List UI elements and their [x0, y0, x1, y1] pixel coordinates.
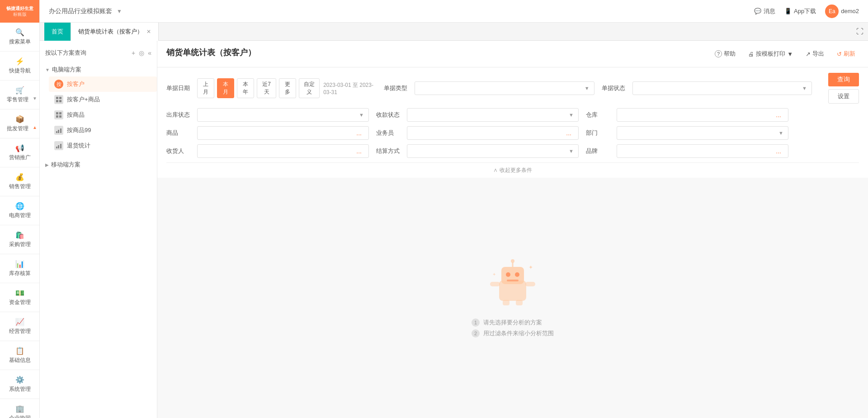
- sidebar-item-system[interactable]: ⚙️ 系统管理: [0, 370, 39, 399]
- message-action[interactable]: 💬 消息: [754, 7, 775, 15]
- svg-rect-21: [503, 300, 509, 305]
- refresh-btn[interactable]: ↺ 刷新: [833, 48, 859, 60]
- svg-rect-12: [58, 145, 59, 148]
- basic-icon: 📋: [2, 347, 37, 355]
- svg-rect-22: [516, 300, 523, 305]
- bill-type-select[interactable]: ▼: [415, 81, 594, 95]
- tab-close-icon[interactable]: ✕: [146, 28, 151, 35]
- receiver-dots[interactable]: ...: [354, 147, 364, 155]
- panel-collapse-btn[interactable]: «: [148, 49, 151, 57]
- out-status-select[interactable]: ▼: [197, 108, 369, 122]
- tree-item-by-customer-product[interactable]: 按客户+商品: [49, 92, 157, 107]
- tab-home[interactable]: 首页: [44, 23, 71, 41]
- salesperson-dots[interactable]: ...: [564, 129, 574, 137]
- out-status-label: 出库状态: [166, 111, 193, 119]
- sidebar-item-marketing[interactable]: 📢 营销推广: [0, 138, 39, 167]
- svg-rect-4: [56, 112, 58, 114]
- salesperson-group: 业务员 ...: [376, 126, 579, 140]
- search-icon: 🔍: [2, 28, 37, 37]
- receiver-input[interactable]: ...: [197, 144, 369, 158]
- sidebar-item-sales[interactable]: 💰 销售管理: [0, 167, 39, 196]
- topbar-dropdown[interactable]: ▼: [117, 8, 122, 14]
- query-button[interactable]: 查询: [828, 73, 859, 86]
- warehouse-input[interactable]: ...: [617, 108, 788, 122]
- sidebar-item-search[interactable]: 🔍 搜索菜单: [0, 23, 39, 52]
- sidebar-item-inventory[interactable]: 📊 库存核算: [0, 254, 39, 283]
- tree-parent-mobile[interactable]: ▶ 移动端方案: [40, 158, 157, 171]
- product-dots[interactable]: ...: [354, 129, 364, 137]
- quick-nav-icon: ⚡: [2, 57, 37, 66]
- tree-item-return-stats[interactable]: 退货统计: [49, 138, 157, 153]
- print-btn[interactable]: 🖨 按模板打印 ▼: [745, 48, 797, 60]
- export-icon: ↗: [806, 51, 811, 57]
- date-filter: 上月 本月 本年 近7天 更多 自定义: [197, 78, 320, 98]
- collapse-btn[interactable]: ∧ 收起更多条件: [166, 162, 859, 178]
- brand-input[interactable]: ...: [617, 144, 788, 158]
- help-btn[interactable]: ? 帮助: [711, 48, 739, 60]
- receive-status-arrow-icon: ▼: [569, 112, 574, 118]
- tree-item-by-customer[interactable]: 按 按客户: [49, 76, 157, 92]
- btn-custom[interactable]: 自定义: [299, 78, 320, 98]
- sidebar-item-wholesale[interactable]: 📦 批发管理 ▲: [0, 109, 39, 138]
- sidebar-item-quick-nav[interactable]: ⚡ 快捷导航: [0, 52, 39, 81]
- filter-row-4: 收货人 ... 结算方式 ▼ 品牌: [166, 144, 859, 158]
- brand-dots[interactable]: ...: [774, 147, 783, 155]
- bill-status-label: 单据状态: [602, 84, 629, 92]
- tab-fullscreen-btn[interactable]: ⛶: [856, 28, 863, 36]
- product-label: 商品: [166, 129, 193, 137]
- btn-last-month[interactable]: 上月: [197, 78, 214, 98]
- by-customer-icon: 按: [54, 80, 63, 89]
- export-btn[interactable]: ↗ 导出: [802, 48, 828, 60]
- sidebar-item-enterprise[interactable]: 🏢 企业协同: [0, 399, 39, 418]
- svg-point-17: [515, 272, 519, 277]
- svg-rect-13: [60, 144, 61, 148]
- tree-parent-desktop[interactable]: ▼ 电脑端方案: [40, 63, 157, 76]
- main-wrap: 办公用品行业模拟账套 ▼ 💬 消息 📱 App下载 Ea demo2 首页 销货…: [40, 0, 868, 418]
- settings-button[interactable]: 设置: [828, 89, 859, 104]
- bill-status-select[interactable]: ▼: [632, 81, 812, 95]
- header-actions: ? 帮助 🖨 按模板打印 ▼ ↗ 导出 ↺: [711, 48, 859, 60]
- tree-item-by-product[interactable]: 按商品: [49, 107, 157, 123]
- salesperson-input[interactable]: ...: [407, 126, 579, 140]
- sidebar-item-ecommerce[interactable]: 🌐 电商管理: [0, 196, 39, 225]
- svg-rect-1: [59, 97, 61, 99]
- sidebar-item-finance[interactable]: 💵 资金管理: [0, 283, 39, 312]
- receive-status-group: 收款状态 ▼: [376, 108, 579, 122]
- svg-rect-7: [59, 115, 61, 118]
- sidebar-item-retail[interactable]: 🛒 零售管理 ▼: [0, 81, 39, 109]
- empty-icon: ✦ ✦: [472, 256, 554, 311]
- bill-type-arrow-icon: ▼: [585, 86, 590, 91]
- logo-area: 畅捷通好生意 标账版: [0, 0, 39, 23]
- tab-sales-report[interactable]: 销货单统计表（按客户） ✕: [71, 23, 159, 41]
- department-select[interactable]: ▼: [617, 126, 788, 140]
- receive-status-select[interactable]: ▼: [407, 108, 579, 122]
- by-product-icon: [54, 110, 63, 119]
- product-input[interactable]: ...: [197, 126, 369, 140]
- receiver-group: 收货人 ...: [166, 144, 369, 158]
- btn-this-month[interactable]: 本月: [217, 78, 234, 98]
- settlement-group: 结算方式 ▼: [376, 144, 579, 158]
- department-arrow-icon: ▼: [778, 130, 783, 136]
- user-action[interactable]: Ea demo2: [825, 5, 859, 18]
- app-download-action[interactable]: 📱 App下载: [784, 7, 816, 15]
- sidebar-item-operation[interactable]: 📈 经营管理: [0, 312, 39, 341]
- sidebar-item-basic[interactable]: 📋 基础信息: [0, 341, 39, 370]
- warehouse-dots[interactable]: ...: [774, 111, 783, 119]
- settlement-arrow-icon: ▼: [569, 148, 574, 154]
- filter-container: 单据日期 上月 本月 本年 近7天 更多 自定义 2023-03-01 至 20…: [157, 67, 868, 178]
- panel-settings-btn[interactable]: ◎: [139, 49, 144, 57]
- settlement-select[interactable]: ▼: [407, 144, 579, 158]
- btn-more[interactable]: 更多: [279, 78, 296, 98]
- btn-this-year[interactable]: 本年: [237, 78, 254, 98]
- tree-item-by-product-99[interactable]: 按商品99: [49, 123, 157, 138]
- sidebar-item-purchase[interactable]: 🛍️ 采购管理: [0, 225, 39, 254]
- out-status-arrow-icon: ▼: [359, 112, 364, 118]
- panel-add-btn[interactable]: +: [132, 49, 135, 57]
- by-product-99-icon: [54, 126, 63, 135]
- print-arrow-icon: ▼: [787, 51, 793, 57]
- filter-row-1: 单据日期 上月 本月 本年 近7天 更多 自定义 2023-03-01 至 20…: [166, 73, 859, 104]
- logo-text: 畅捷通好生意: [6, 5, 33, 11]
- btn-last-7days[interactable]: 近7天: [257, 78, 276, 98]
- receiver-label: 收货人: [166, 147, 193, 155]
- brand-label: 品牌: [586, 147, 613, 155]
